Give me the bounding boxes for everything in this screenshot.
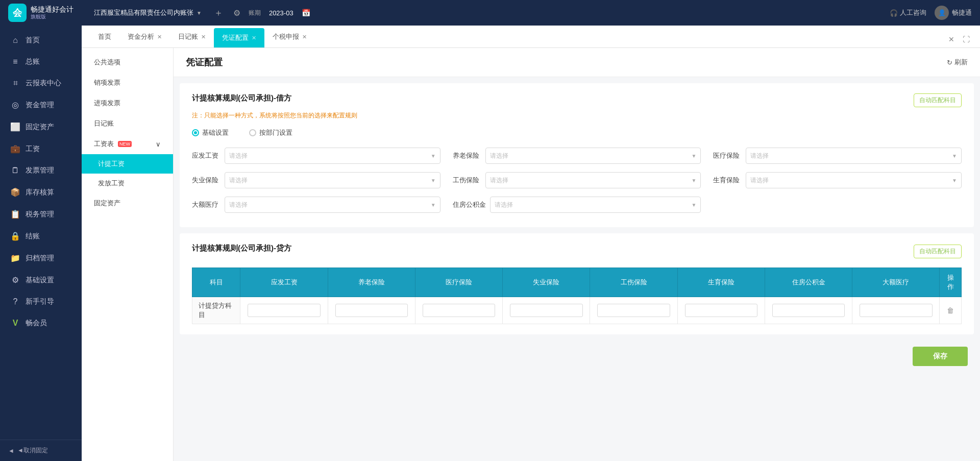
credit-auto-match-button[interactable]: 自动匹配科目 (914, 245, 962, 258)
calendar-icon[interactable]: 📅 (302, 9, 310, 17)
sidebar-item-assets[interactable]: ⬜ 固定资产 (0, 116, 82, 138)
cell-unemployment (503, 297, 590, 324)
input-unemployment[interactable] (510, 304, 582, 317)
nav-purchase[interactable]: 进项发票 (82, 93, 173, 113)
tab-journal[interactable]: 日记账 ✕ (170, 27, 214, 47)
save-button[interactable]: 保存 (913, 347, 968, 366)
new-badge: NEW (118, 141, 132, 147)
nav-public[interactable]: 公共选项 (82, 52, 173, 72)
select-pension-placeholder: 请选择 (490, 152, 508, 160)
col-subject: 科目 (192, 268, 240, 297)
archive-icon: 📁 (10, 253, 20, 263)
sidebar-item-tax[interactable]: 📋 税务管理 (0, 203, 82, 225)
label-unemployment: 失业保险 (192, 176, 220, 185)
support-button[interactable]: 🎧 人工咨询 (890, 8, 926, 17)
sidebar-label-closing: 结账 (26, 232, 40, 241)
input-housing[interactable] (772, 304, 845, 317)
radio-department[interactable]: 按部门设置 (249, 128, 292, 137)
select-housing[interactable]: 请选择 ▼ (490, 197, 701, 213)
select-pension[interactable]: 请选择 ▼ (485, 148, 701, 164)
nav-journal[interactable]: 日记账 (82, 113, 173, 134)
sidebar-item-guide[interactable]: ? 新手引导 (0, 291, 82, 312)
sidebar-item-invoice[interactable]: 🗒 发票管理 (0, 160, 82, 181)
select-salary[interactable]: 请选择 ▼ (225, 148, 440, 164)
select-medical[interactable]: 请选择 ▼ (746, 148, 962, 164)
user-info[interactable]: 👤 畅捷通 (935, 6, 972, 20)
sidebar-item-salary[interactable]: 💼 工资 (0, 138, 82, 160)
nav-sales[interactable]: 销项发票 (82, 72, 173, 93)
select-injury[interactable]: 请选择 ▼ (485, 172, 701, 188)
sidebar-item-closing[interactable]: 🔒 结账 (0, 225, 82, 247)
input-medical[interactable] (423, 304, 495, 317)
close-tab-icon[interactable]: ✕ (946, 33, 957, 45)
sidebar-item-ledger[interactable]: ≡ 总账 (0, 51, 82, 72)
debit-note: 注：只能选择一种方式，系统将按照您当前的选择来配置规则 (192, 111, 962, 120)
input-maternity[interactable] (685, 304, 757, 317)
sidebar-item-basic[interactable]: ⚙ 基础设置 (0, 269, 82, 291)
nav-accrual[interactable]: 计提工资 (82, 154, 173, 174)
col-salary: 应发工资 (240, 268, 328, 297)
top-bar: 会 畅捷通好会计 旗舰版 江西服宝精品有限责任公司内账张 ▼ ＋ ⚙ 账期 20… (0, 0, 980, 26)
input-large-medical[interactable] (860, 304, 932, 317)
tab-fund[interactable]: 资金分析 ✕ (119, 27, 170, 47)
refresh-button[interactable]: ↻ 刷新 (947, 58, 968, 67)
sidebar-item-vip[interactable]: V 畅会员 (0, 312, 82, 334)
logo-text-group: 畅捷通好会计 旗舰版 (31, 5, 74, 21)
cell-injury (590, 297, 677, 324)
sidebar-item-archive[interactable]: 📁 归档管理 (0, 247, 82, 269)
home-icon: ⌂ (10, 36, 20, 45)
nav-distribute[interactable]: 发放工资 (82, 174, 173, 193)
tab-journal-close[interactable]: ✕ (201, 34, 206, 40)
col-pension: 养老保险 (328, 268, 415, 297)
delete-row-button[interactable]: 🗑 (947, 306, 954, 314)
row-label-credit: 计提贷方科目 (192, 297, 240, 324)
select-unemployment-placeholder: 请选择 (229, 176, 248, 185)
tab-home[interactable]: 首页 (90, 27, 119, 47)
headset-icon: 🎧 (890, 9, 898, 17)
tab-fund-close[interactable]: ✕ (157, 34, 162, 40)
sidebar-item-home[interactable]: ⌂ 首页 (0, 30, 82, 51)
cell-large-medical (852, 297, 940, 324)
nav-salary-table-group[interactable]: 工资表 NEW ∨ (82, 134, 173, 154)
sidebar-item-reports[interactable]: ⌗ 云报表中心 (0, 72, 82, 94)
input-pension[interactable] (335, 304, 408, 317)
input-injury[interactable] (597, 304, 670, 317)
settings-icon[interactable]: ⚙ (233, 8, 240, 18)
sidebar-label-vip: 畅会员 (26, 319, 47, 328)
tab-voucher[interactable]: 凭证配置 ✕ (214, 28, 264, 47)
company-selector[interactable]: 江西服宝精品有限责任公司内账张 ▼ (90, 6, 206, 19)
sidebar-label-guide: 新手引导 (26, 297, 54, 306)
credit-section-title: 计提核算规则(公司承担)-贷方 (192, 244, 291, 253)
debit-section: 计提核算规则(公司承担)-借方 自动匹配科目 注：只能选择一种方式，系统将按照您… (180, 83, 974, 227)
select-salary-arrow: ▼ (431, 153, 436, 159)
select-maternity-placeholder: 请选择 (750, 176, 769, 185)
tab-tax[interactable]: 个税申报 ✕ (264, 27, 315, 47)
debit-auto-match-button[interactable]: 自动匹配科目 (914, 93, 962, 107)
select-injury-arrow: ▼ (691, 178, 696, 183)
vip-icon: V (10, 319, 20, 328)
sidebar-item-funds[interactable]: ◎ 资金管理 (0, 94, 82, 116)
salary-icon: 💼 (10, 144, 20, 154)
col-unemployment: 失业保险 (503, 268, 590, 297)
support-label: 人工咨询 (900, 8, 926, 17)
select-unemployment[interactable]: 请选择 ▼ (225, 172, 440, 188)
expand-tab-icon[interactable]: ⛶ (961, 33, 972, 45)
label-housing: 住房公积金 (453, 200, 486, 209)
select-housing-placeholder: 请选择 (495, 201, 513, 209)
add-button[interactable]: ＋ (212, 7, 225, 19)
funds-icon: ◎ (10, 100, 20, 110)
tab-tax-close[interactable]: ✕ (302, 34, 307, 40)
input-salary[interactable] (248, 304, 320, 317)
select-salary-placeholder: 请选择 (229, 152, 248, 160)
select-medical-large[interactable]: 请选择 ▼ (225, 197, 440, 213)
nav-fixed-assets[interactable]: 固定资产 (82, 193, 173, 213)
radio-basic[interactable]: 基础设置 (192, 128, 229, 137)
select-maternity[interactable]: 请选择 ▼ (746, 172, 962, 188)
col-large-medical: 大额医疗 (852, 268, 940, 297)
company-name: 江西服宝精品有限责任公司内账张 (94, 8, 193, 17)
cancel-pin-button[interactable]: ◄ ◄取消固定 (0, 440, 82, 461)
sidebar-item-inventory[interactable]: 📦 库存核算 (0, 181, 82, 203)
invoice-icon: 🗒 (10, 166, 20, 175)
tab-voucher-close[interactable]: ✕ (252, 35, 256, 41)
radio-dept-label: 按部门设置 (259, 128, 292, 137)
